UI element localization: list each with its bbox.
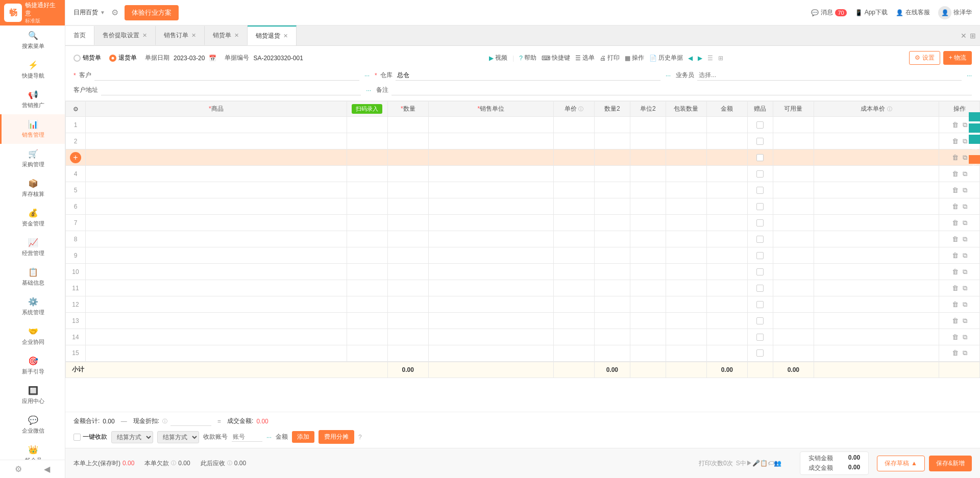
gift-checkbox-11[interactable] [756,285,764,292]
gift-cell-11[interactable] [747,280,773,296]
app-download-btn[interactable]: 📱 App下载 [855,8,888,17]
gift-cell-1[interactable] [747,117,773,133]
grid-view-icon[interactable]: ⊞ [718,55,723,62]
tab-sales-return[interactable]: 销货退货 ✕ [248,26,297,45]
company-dropdown[interactable]: 日用百货 ▼ [74,8,105,17]
sidebar-item-purchase[interactable]: 🛒 采购管理 [0,144,65,173]
pack-qty-cell-12[interactable] [666,296,706,313]
tab-menu-icon[interactable]: ⊞ [970,32,976,40]
gift-cell-15[interactable] [747,345,773,362]
product-cell-9[interactable] [86,247,347,264]
unit-price-cell-10[interactable] [553,264,594,280]
qty2-cell-14[interactable] [594,329,630,345]
available-cell-4[interactable] [773,166,814,182]
cost-price-cell-14[interactable] [814,329,939,345]
copy-row-icon-3[interactable]: ⧉ [963,154,967,162]
qty2-cell-2[interactable] [594,133,630,149]
gift-checkbox-2[interactable] [756,138,764,145]
unit-price-cell-7[interactable] [553,215,594,231]
gift-checkbox-9[interactable] [756,252,764,259]
amount-cell-12[interactable] [706,296,747,313]
close-tab-price-settings-icon[interactable]: ✕ [142,32,147,39]
gift-checkbox-4[interactable] [756,170,764,178]
pack-qty-cell-14[interactable] [666,329,706,345]
float-panel-3[interactable]: 功能 [969,135,980,144]
unit2-cell-6[interactable] [630,198,666,215]
copy-row-icon-7[interactable]: ⧉ [963,219,967,227]
available-cell-14[interactable] [773,329,814,345]
qty-cell-2[interactable] [387,133,428,149]
account-input[interactable] [232,432,262,442]
unit2-cell-14[interactable] [630,329,666,345]
cost-price-cell-1[interactable] [814,117,939,133]
cost-price-cell-11[interactable] [814,280,939,296]
delete-row-icon-13[interactable]: 🗑 [952,317,959,325]
cta-button[interactable]: 体验行业方案 [125,5,179,20]
sidebar-item-member[interactable]: 👑 畅会员 [0,440,65,460]
cost-price-cell-12[interactable] [814,296,939,313]
available-cell-12[interactable] [773,296,814,313]
qty-cell-3[interactable] [387,149,428,166]
unit-price-cell-12[interactable] [553,296,594,313]
sidebar-item-finance[interactable]: 💰 资金管理 [0,203,65,233]
product-cell-15[interactable] [86,345,347,362]
settings-bottom-icon[interactable]: ⚙ [15,464,22,474]
delete-row-icon-6[interactable]: 🗑 [952,203,959,211]
copy-row-icon-8[interactable]: ⧉ [963,235,967,243]
sales-unit-cell-6[interactable] [428,198,553,215]
unit2-cell-2[interactable] [630,133,666,149]
sales-unit-cell-1[interactable] [428,117,553,133]
available-cell-13[interactable] [773,313,814,329]
pack-qty-cell-1[interactable] [666,117,706,133]
product-cell-8[interactable] [86,231,347,247]
unit-price-cell-9[interactable] [553,247,594,264]
cost-price-cell-8[interactable] [814,231,939,247]
gift-checkbox-14[interactable] [756,334,764,341]
amount-cell-6[interactable] [706,198,747,215]
toolbar-history[interactable]: 📄 历史单据 [649,54,683,62]
cost-price-cell-10[interactable] [814,264,939,280]
sidebar-item-apps[interactable]: 🔲 应用中心 [0,381,65,410]
qty-cell-11[interactable] [387,280,428,296]
sales-unit-cell-5[interactable] [428,182,553,198]
toolbar-select[interactable]: ☰ 选单 [575,54,595,62]
gift-cell-5[interactable] [747,182,773,198]
gift-cell-9[interactable] [747,247,773,264]
unit-price-cell-8[interactable] [553,231,594,247]
tab-sales-order[interactable]: 销售订单 ✕ [156,26,205,45]
product-cell-14[interactable] [86,329,347,345]
customer-select-icon[interactable]: ··· [364,72,370,79]
radio-sales[interactable]: 销货单 [74,54,101,62]
delete-row-icon-14[interactable]: 🗑 [952,333,959,341]
amount-cell-11[interactable] [706,280,747,296]
gift-checkbox-13[interactable] [756,317,764,324]
delete-row-icon-8[interactable]: 🗑 [952,235,959,243]
radio-return[interactable]: 退货单 [109,54,137,62]
cost-price-cell-7[interactable] [814,215,939,231]
gift-checkbox-1[interactable] [756,121,764,129]
qty2-cell-10[interactable] [594,264,630,280]
gift-cell-14[interactable] [747,329,773,345]
product-cell-7[interactable] [86,215,347,231]
user-menu[interactable]: 👤 徐泽华 [938,6,972,19]
copy-row-icon-14[interactable]: ⧉ [963,333,967,341]
cost-price-cell-13[interactable] [814,313,939,329]
gift-checkbox-10[interactable] [756,268,764,275]
sidebar-item-operations[interactable]: 📈 经营管理 [0,233,65,262]
product-cell-6[interactable] [86,198,347,215]
unit2-cell-10[interactable] [630,264,666,280]
delete-row-icon-15[interactable]: 🗑 [952,349,959,357]
delete-row-icon-9[interactable]: 🗑 [952,251,959,260]
unit-price-cell-15[interactable] [553,345,594,362]
pack-qty-cell-2[interactable] [666,133,706,149]
pack-qty-cell-11[interactable] [666,280,706,296]
close-all-tabs-icon[interactable]: ✕ [961,32,967,40]
available-cell-8[interactable] [773,231,814,247]
amount-cell-3[interactable] [706,149,747,166]
unit2-cell-1[interactable] [630,117,666,133]
toolbar-video[interactable]: ▶ 视频 [489,54,507,62]
calendar-icon[interactable]: 📅 [209,55,216,62]
qty2-cell-6[interactable] [594,198,630,215]
address-select-icon[interactable]: ··· [366,87,371,94]
pack-qty-cell-6[interactable] [666,198,706,215]
